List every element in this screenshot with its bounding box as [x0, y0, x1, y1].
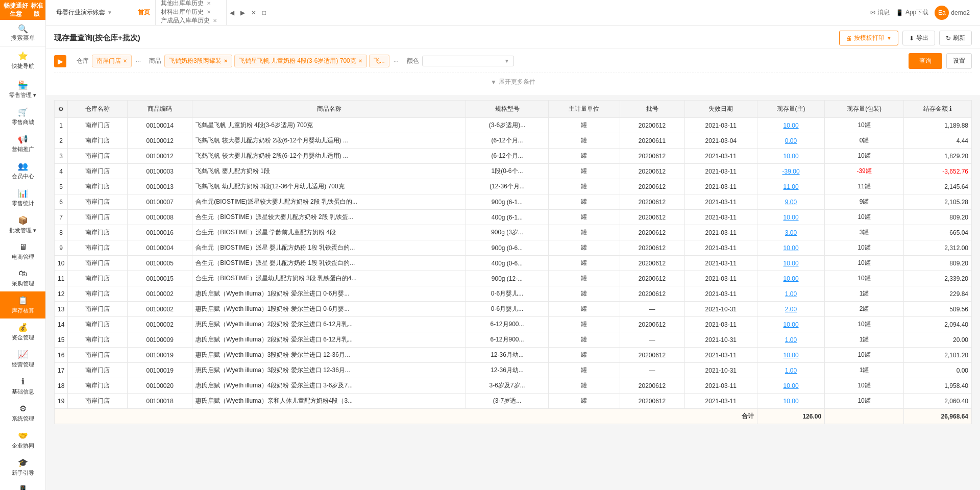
row-amount-13: 2,094.40	[904, 317, 972, 332]
row-qty-main-4[interactable]: 11.00	[757, 179, 825, 194]
row-qty-main-2[interactable]: 10.00	[757, 149, 825, 164]
sidebar-item-11[interactable]: ℹ 基础信息	[0, 373, 45, 400]
row-expire-5: 2021-03-11	[684, 194, 757, 210]
product-ellipsis[interactable]: ···	[391, 58, 401, 65]
row-batch-15: 20200612	[620, 348, 684, 363]
table-row: 12 南岸门店 00100002 惠氏启赋（Wyeth illuma）1段奶粉 …	[55, 286, 972, 302]
row-qty-main-13[interactable]: 10.00	[757, 317, 825, 332]
row-name-13: 惠氏启赋（Wyeth illuma）2段奶粉 爱尔兰进口 6-12月乳...	[192, 317, 466, 332]
table-row: 4 南岸门店 00100003 飞鹤飞帆 婴儿配方奶粉 1段 1段(0-6个..…	[55, 164, 972, 179]
col-spec: 规格型号	[466, 101, 548, 118]
export-btn[interactable]: ⬇ 导出	[902, 31, 935, 45]
user-avatar[interactable]: Ea demo2	[935, 6, 970, 20]
row-expire-16: 2021-10-31	[684, 363, 757, 378]
sidebar-item-3[interactable]: 👥 会员中心	[0, 157, 45, 184]
sidebar-item-12[interactable]: ⚙ 系统管理	[0, 400, 45, 427]
row-expire-1: 2021-03-04	[684, 133, 757, 149]
product-tag-2[interactable]: 飞鹤星飞帆 儿童奶粉 4段(3-6岁适用) 700克 ✕	[234, 55, 367, 67]
query-btn[interactable]: 查询	[909, 53, 942, 69]
tab-4[interactable]: 其他出库单历史 ✕	[156, 0, 227, 8]
sidebar-item-5[interactable]: 📦 批发管理 ▾	[0, 211, 45, 238]
product-tag-1-remove[interactable]: ✕	[224, 58, 228, 64]
warehouse-tag[interactable]: 南岸门店 ✕	[92, 55, 132, 67]
tab-5[interactable]: 材料出库单历史 ✕	[156, 8, 227, 16]
sidebar-item-14[interactable]: 🎓 新手引导	[0, 454, 45, 481]
row-qty-main-12[interactable]: 2.00	[757, 302, 825, 317]
row-no-17: 18	[55, 378, 68, 394]
row-qty-main-10[interactable]: 10.00	[757, 271, 825, 286]
app-download-btn[interactable]: 📱 App下载	[896, 8, 928, 17]
row-qty-main-17[interactable]: 10.00	[757, 378, 825, 394]
row-qty-main-11[interactable]: 1.00	[757, 286, 825, 302]
product-tag-2-remove[interactable]: ✕	[358, 58, 362, 64]
table-row: 13 南岸门店 00100002 惠氏启赋（Wyeth illuma）1段奶粉 …	[55, 302, 972, 317]
tab-maximize[interactable]: □	[259, 0, 269, 25]
row-spec-3: 1段(0-6个...	[466, 164, 548, 179]
row-qty-main-5[interactable]: 9.00	[757, 194, 825, 210]
row-qty-main-18[interactable]: 10.00	[757, 394, 825, 409]
tab-nav-prev[interactable]: ◀	[227, 0, 237, 25]
row-qty-main-3[interactable]: -39.00	[757, 164, 825, 179]
print-btn[interactable]: 🖨 按模板打印 ▼	[839, 31, 898, 45]
row-qty-main-1[interactable]: 0.00	[757, 133, 825, 149]
sidebar-item-8[interactable]: 📋 库存核算	[0, 291, 45, 318]
color-filter-input[interactable]: ▼	[422, 56, 514, 66]
table-row: 7 南岸门店 00100008 合生元（BIOSTIME）派星较大婴儿配方奶粉 …	[55, 210, 972, 225]
table-body: 1 南岸门店 00100014 飞鹤星飞帆 儿童奶粉 4段(3-6岁适用) 70…	[55, 118, 972, 409]
tab-6[interactable]: 产成品入库单历史 ✕	[156, 16, 227, 25]
row-name-14: 惠氏启赋（Wyeth illuma）2段奶粉 爱尔兰进口 6-12月乳...	[192, 332, 466, 348]
filter-expand-arrow[interactable]: ▶	[54, 55, 66, 67]
sidebar-search[interactable]: 🔍 搜索菜单	[0, 20, 45, 47]
row-batch-10: 20200612	[620, 271, 684, 286]
sidebar-item-9[interactable]: 💰 资金管理	[0, 318, 45, 346]
message-btn[interactable]: ✉ 消息	[870, 8, 890, 17]
sidebar-item-10[interactable]: 📈 经营管理	[0, 346, 45, 373]
tab-nav-next[interactable]: ▶	[237, 0, 248, 25]
row-qty-main-14[interactable]: 1.00	[757, 332, 825, 348]
row-batch-4: 20200612	[620, 179, 684, 194]
row-qty-main-6[interactable]: 10.00	[757, 210, 825, 225]
row-batch-11: 20200612	[620, 286, 684, 302]
row-name-2: 飞鹤飞帆 较大婴儿配方奶粉 2段(6-12个月婴幼儿适用) ...	[192, 149, 466, 164]
row-unit-2: 罐	[548, 149, 620, 164]
sidebar-item-quick-nav[interactable]: ⭐ 快捷导航	[0, 47, 45, 74]
row-amount-18: 2,060.40	[904, 394, 972, 409]
row-unit-13: 罐	[548, 317, 620, 332]
sidebar-item-1[interactable]: 🛒 零售商城	[0, 103, 45, 130]
filter-area: ▶ 仓库 南岸门店 ✕ ··· 商品 飞鹤奶粉3段两罐装 ✕	[46, 49, 980, 96]
sidebar-item-6[interactable]: 🖥 电商管理	[0, 238, 45, 265]
row-unit-4: 罐	[548, 179, 620, 194]
row-unit-18: 罐	[548, 394, 620, 409]
account-selector[interactable]: 母婴行业演示账套 ▼	[51, 8, 133, 17]
row-qty-main-16[interactable]: 1.00	[757, 363, 825, 378]
row-spec-2: (6-12个月...	[466, 149, 548, 164]
settings-btn[interactable]: 设置	[946, 53, 972, 69]
sidebar-item-7[interactable]: 🛍 采购管理	[0, 265, 45, 291]
product-tag-1[interactable]: 飞鹤奶粉3段两罐装 ✕	[164, 55, 232, 67]
sidebar-item-13[interactable]: 🤝 企业协同	[0, 427, 45, 454]
row-qty-main-7[interactable]: 3.00	[757, 225, 825, 240]
expand-more-btn[interactable]: ▼ 展开更多条件	[54, 78, 972, 86]
sidebar-item-2[interactable]: 📢 营销推广	[0, 130, 45, 157]
sidebar-item-4[interactable]: 📊 零售统计	[0, 184, 45, 211]
row-unit-1: 罐	[548, 133, 620, 149]
product-tag-more[interactable]: 飞...	[369, 55, 389, 67]
row-qty-main-8[interactable]: 10.00	[757, 240, 825, 256]
sidebar: 畅捷通好生意 标准版 🔍 搜索菜单 ⭐ 快捷导航 🏪 零售管理 ▾ 🛒 零售商城…	[0, 0, 46, 490]
row-spec-14: 6-12月900...	[466, 332, 548, 348]
col-settings[interactable]: ⚙	[55, 101, 68, 118]
row-qty-main-9[interactable]: 10.00	[757, 256, 825, 271]
sidebar-item-0[interactable]: 🏪 零售管理 ▾	[0, 76, 45, 103]
row-expire-15: 2021-03-11	[684, 348, 757, 363]
row-batch-16: —	[620, 363, 684, 378]
sidebar-item-15[interactable]: 📱 应用中心	[0, 481, 45, 490]
warehouse-tag-remove[interactable]: ✕	[123, 58, 127, 64]
refresh-btn[interactable]: ↻ 刷新	[939, 31, 972, 45]
row-qty-pkg-3: -39罐	[825, 164, 904, 179]
row-qty-main-0[interactable]: 10.00	[757, 118, 825, 133]
tab-home[interactable]: 首页	[133, 0, 156, 25]
warehouse-ellipsis[interactable]: ···	[134, 58, 143, 65]
row-spec-6: 400g (6-1...	[466, 210, 548, 225]
row-qty-main-15[interactable]: 10.00	[757, 348, 825, 363]
tab-close-all[interactable]: ✕	[248, 0, 259, 25]
